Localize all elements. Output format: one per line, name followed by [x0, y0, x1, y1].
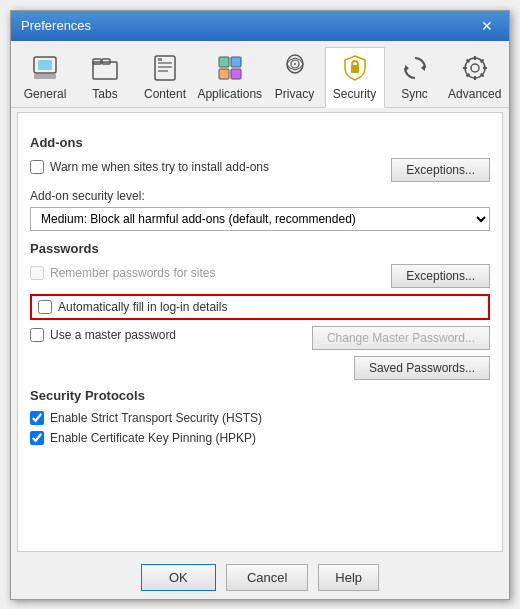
autofill-label: Automatically fill in log-in details [58, 300, 227, 314]
toolbar: General Tabs Con [11, 41, 509, 108]
svg-rect-12 [231, 57, 241, 67]
hsts-checkbox[interactable] [30, 411, 44, 425]
tab-content[interactable]: Content [135, 47, 195, 107]
addons-section: Add-ons Warn me when sites try to instal… [30, 135, 490, 231]
svg-marker-19 [421, 64, 425, 71]
change-master-password-button[interactable]: Change Master Password... [312, 326, 490, 350]
preferences-dialog: Preferences ✕ General Tabs [10, 10, 510, 600]
svg-rect-1 [34, 74, 56, 79]
tab-general-label: General [24, 87, 67, 101]
applications-icon [214, 52, 246, 84]
hsts-checkbox-row: Enable Strict Transport Security (HSTS) [30, 411, 490, 425]
tab-general[interactable]: General [15, 47, 75, 107]
security-protocols-label: Security Protocols [30, 388, 490, 403]
content-icon [149, 52, 181, 84]
advanced-icon [459, 52, 491, 84]
general-icon [29, 52, 61, 84]
hpkp-checkbox-row: Enable Certificate Key Pinning (HPKP) [30, 431, 490, 445]
svg-rect-2 [38, 60, 52, 70]
security-icon [339, 52, 371, 84]
svg-rect-14 [231, 69, 241, 79]
saved-passwords-row: Saved Passwords... [30, 356, 490, 380]
privacy-icon [279, 52, 311, 84]
ok-button[interactable]: OK [141, 564, 216, 591]
bottom-bar: OK Cancel Help [11, 556, 509, 599]
hsts-label: Enable Strict Transport Security (HSTS) [50, 411, 262, 425]
tab-content-label: Content [144, 87, 186, 101]
help-button[interactable]: Help [318, 564, 379, 591]
master-password-label: Use a master password [50, 328, 176, 342]
remember-passwords-label: Remember passwords for sites [50, 266, 215, 280]
tab-privacy-label: Privacy [275, 87, 314, 101]
addons-exceptions-button[interactable]: Exceptions... [391, 158, 490, 182]
passwords-section: Passwords Remember passwords for sites E… [30, 241, 490, 380]
warn-addons-row: Warn me when sites try to install add-on… [30, 158, 490, 182]
security-protocols-section: Security Protocols Enable Strict Transpo… [30, 388, 490, 445]
security-level-select[interactable]: High: Block all add-ons Medium: Block al… [30, 207, 490, 231]
master-password-checkbox[interactable] [30, 328, 44, 342]
cancel-button[interactable]: Cancel [226, 564, 308, 591]
autofill-checkbox[interactable] [38, 300, 52, 314]
svg-rect-11 [219, 57, 229, 67]
passwords-exceptions-button[interactable]: Exceptions... [391, 264, 490, 288]
tab-advanced-label: Advanced [448, 87, 501, 101]
warn-addons-checkbox-row: Warn me when sites try to install add-on… [30, 160, 269, 174]
tab-sync[interactable]: Sync [385, 47, 445, 107]
tab-security[interactable]: Security [325, 47, 385, 108]
title-bar: Preferences ✕ [11, 11, 509, 41]
master-password-checkbox-row: Use a master password [30, 328, 176, 342]
close-button[interactable]: ✕ [475, 17, 499, 35]
remember-passwords-checkbox[interactable] [30, 266, 44, 280]
remember-passwords-row: Remember passwords for sites Exceptions.… [30, 264, 490, 288]
tab-applications-label: Applications [197, 87, 262, 101]
autofill-highlighted-row: Automatically fill in log-in details [30, 294, 490, 320]
svg-rect-13 [219, 69, 229, 79]
svg-point-17 [294, 63, 296, 65]
dialog-title: Preferences [21, 18, 91, 33]
tab-tabs-label: Tabs [92, 87, 117, 101]
sync-icon [399, 52, 431, 84]
warn-addons-label: Warn me when sites try to install add-on… [50, 160, 269, 174]
master-password-row: Use a master password Change Master Pass… [30, 326, 490, 350]
addons-section-label: Add-ons [30, 135, 490, 150]
hpkp-label: Enable Certificate Key Pinning (HPKP) [50, 431, 256, 445]
tab-privacy[interactable]: Privacy [265, 47, 325, 107]
main-content: Add-ons Warn me when sites try to instal… [17, 112, 503, 552]
security-level-label: Add-on security level: [30, 189, 145, 203]
security-level-label-row: Add-on security level: [30, 188, 490, 203]
tab-tabs[interactable]: Tabs [75, 47, 135, 107]
tabs-icon [89, 52, 121, 84]
svg-point-22 [471, 64, 479, 72]
warn-addons-checkbox[interactable] [30, 160, 44, 174]
tab-security-label: Security [333, 87, 376, 101]
security-level-select-row: High: Block all add-ons Medium: Block al… [30, 207, 490, 231]
svg-rect-18 [351, 65, 359, 73]
remember-passwords-checkbox-row: Remember passwords for sites [30, 266, 215, 280]
tab-advanced[interactable]: Advanced [445, 47, 505, 107]
saved-passwords-button[interactable]: Saved Passwords... [354, 356, 490, 380]
passwords-section-label: Passwords [30, 241, 490, 256]
tab-applications[interactable]: Applications [195, 47, 265, 107]
hpkp-checkbox[interactable] [30, 431, 44, 445]
tab-sync-label: Sync [401, 87, 428, 101]
svg-rect-10 [158, 58, 162, 61]
svg-marker-20 [405, 65, 409, 72]
